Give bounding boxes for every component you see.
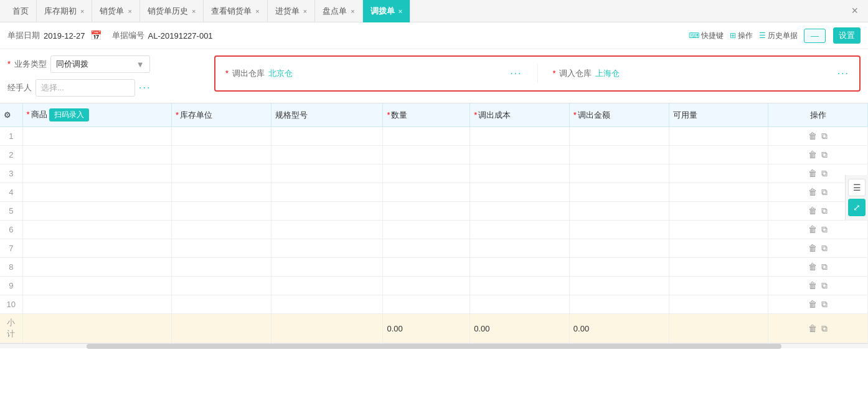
row-available-6[interactable]	[669, 221, 768, 239]
row-amount-10[interactable]	[569, 295, 669, 314]
biz-type-select[interactable]: 同价调拨 ▼	[50, 55, 150, 73]
row-delete-icon-8[interactable]: 🗑	[808, 262, 817, 272]
row-quantity-9[interactable]	[383, 277, 470, 295]
row-unit-9[interactable]	[172, 277, 271, 295]
out-warehouse-more-button[interactable]: ···	[510, 68, 522, 79]
window-close-button[interactable]: ×	[846, 4, 863, 17]
shortcut-button[interactable]: ⌨ 快捷键	[689, 31, 724, 41]
row-delete-icon-5[interactable]: 🗑	[808, 206, 817, 216]
row-cost-10[interactable]	[470, 295, 570, 314]
row-available-10[interactable]	[669, 295, 768, 314]
row-spec-10[interactable]	[271, 295, 383, 314]
row-amount-6[interactable]	[569, 221, 669, 239]
row-copy-icon-4[interactable]: ⧉	[821, 187, 828, 197]
row-unit-7[interactable]	[172, 239, 271, 258]
row-available-4[interactable]	[669, 183, 768, 202]
tab-sales-history[interactable]: 销货单历史 ×	[140, 0, 204, 22]
scroll-bar-area[interactable]	[0, 343, 868, 348]
sidebar-list-icon[interactable]: ☰	[848, 179, 866, 196]
row-available-2[interactable]	[669, 146, 768, 164]
row-available-7[interactable]	[669, 239, 768, 258]
row-delete-icon-3[interactable]: 🗑	[808, 168, 817, 178]
tab-inventory-check[interactable]: 盘点单 ×	[315, 0, 362, 22]
row-spec-7[interactable]	[271, 239, 383, 258]
sidebar-expand-icon[interactable]: ⤢	[848, 199, 866, 216]
row-quantity-4[interactable]	[383, 183, 470, 202]
row-unit-3[interactable]	[172, 164, 271, 183]
handler-more-button[interactable]: ···	[139, 82, 151, 93]
row-product-5[interactable]	[22, 202, 172, 221]
tab-sales-order[interactable]: 销货单 ×	[92, 0, 139, 22]
row-cost-8[interactable]	[470, 258, 570, 277]
handler-select[interactable]: 选择...	[35, 79, 135, 97]
row-amount-2[interactable]	[569, 146, 669, 164]
subtotal-copy-icon[interactable]: ⧉	[821, 323, 828, 333]
in-warehouse-more-button[interactable]: ···	[837, 68, 849, 79]
row-copy-icon-2[interactable]: ⧉	[821, 150, 828, 159]
row-product-2[interactable]	[22, 146, 172, 164]
row-product-1[interactable]	[22, 127, 172, 146]
row-cost-9[interactable]	[470, 277, 570, 295]
row-quantity-7[interactable]	[383, 239, 470, 258]
row-delete-icon-7[interactable]: 🗑	[808, 243, 817, 253]
row-delete-icon-9[interactable]: 🗑	[808, 280, 817, 290]
row-cost-4[interactable]	[470, 183, 570, 202]
row-amount-4[interactable]	[569, 183, 669, 202]
col-settings-header[interactable]: ⚙	[0, 103, 22, 127]
tab-home[interactable]: 首页	[5, 0, 37, 22]
row-unit-5[interactable]	[172, 202, 271, 221]
row-available-3[interactable]	[669, 164, 768, 183]
row-copy-icon-1[interactable]: ⧉	[821, 131, 828, 141]
row-cost-3[interactable]	[470, 164, 570, 183]
row-product-6[interactable]	[22, 221, 172, 239]
row-amount-7[interactable]	[569, 239, 669, 258]
row-quantity-2[interactable]	[383, 146, 470, 164]
row-copy-icon-9[interactable]: ⧉	[821, 280, 828, 290]
tab-purchase-order[interactable]: 进货单 ×	[268, 0, 315, 22]
row-cost-1[interactable]	[470, 127, 570, 146]
row-copy-icon-10[interactable]: ⧉	[821, 299, 828, 309]
row-delete-icon-4[interactable]: 🗑	[808, 187, 817, 197]
row-unit-8[interactable]	[172, 258, 271, 277]
tab-transfer-order[interactable]: 调拨单 ×	[363, 0, 410, 22]
row-available-9[interactable]	[669, 277, 768, 295]
row-cost-5[interactable]	[470, 202, 570, 221]
row-delete-icon-6[interactable]: 🗑	[808, 224, 817, 234]
row-cost-6[interactable]	[470, 221, 570, 239]
row-available-8[interactable]	[669, 258, 768, 277]
calendar-icon[interactable]: 📅	[90, 30, 102, 41]
row-spec-3[interactable]	[271, 164, 383, 183]
row-copy-icon-8[interactable]: ⧉	[821, 262, 828, 272]
row-unit-6[interactable]	[172, 221, 271, 239]
row-quantity-5[interactable]	[383, 202, 470, 221]
operation-button[interactable]: ⊞ 操作	[730, 31, 753, 41]
row-amount-9[interactable]	[569, 277, 669, 295]
row-unit-10[interactable]	[172, 295, 271, 314]
row-spec-6[interactable]	[271, 221, 383, 239]
row-spec-4[interactable]	[271, 183, 383, 202]
row-amount-3[interactable]	[569, 164, 669, 183]
tab-inventory-init-close[interactable]: ×	[80, 7, 84, 15]
row-product-7[interactable]	[22, 239, 172, 258]
row-amount-1[interactable]	[569, 127, 669, 146]
row-spec-5[interactable]	[271, 202, 383, 221]
row-delete-icon-1[interactable]: 🗑	[808, 131, 817, 141]
row-copy-icon-7[interactable]: ⧉	[821, 243, 828, 253]
row-copy-icon-6[interactable]: ⧉	[821, 224, 828, 234]
row-product-8[interactable]	[22, 258, 172, 277]
row-quantity-1[interactable]	[383, 127, 470, 146]
row-copy-icon-5[interactable]: ⧉	[821, 206, 828, 216]
row-unit-1[interactable]	[172, 127, 271, 146]
row-spec-9[interactable]	[271, 277, 383, 295]
tab-inventory-check-close[interactable]: ×	[351, 7, 354, 15]
row-cost-7[interactable]	[470, 239, 570, 258]
row-unit-4[interactable]	[172, 183, 271, 202]
scan-button[interactable]: 扫码录入	[49, 108, 89, 121]
row-copy-icon-3[interactable]: ⧉	[821, 168, 828, 178]
row-product-9[interactable]	[22, 277, 172, 295]
settings-button[interactable]: 设置	[833, 27, 861, 44]
layout-button[interactable]: —	[804, 29, 826, 43]
tab-inventory-init[interactable]: 库存期初 ×	[37, 0, 92, 22]
row-spec-8[interactable]	[271, 258, 383, 277]
row-spec-2[interactable]	[271, 146, 383, 164]
